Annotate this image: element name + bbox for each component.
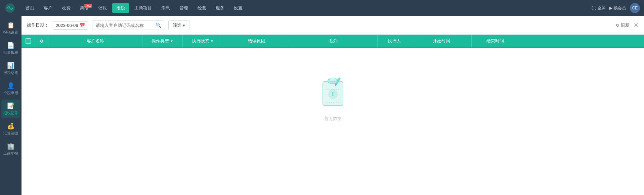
nav-item-business[interactable]: 工商项目 — [130, 3, 156, 13]
table-container: ⚙ 客户名称 操作类型 ▼ 执行状态 ▼ 错误原因 税种 — [22, 35, 644, 195]
table-header: ⚙ 客户名称 操作类型 ▼ 执行状态 ▼ 错误原因 税种 — [22, 35, 644, 48]
nav-item-settings[interactable]: 设置 — [230, 3, 247, 13]
sidebar-item-tax-overview[interactable]: 📊报税总览 — [1, 59, 20, 78]
nav-item-home[interactable]: 首页 — [22, 3, 38, 13]
sidebar-item-label: 报税设置 — [3, 30, 18, 35]
nav-item-customer[interactable]: 客户 — [40, 3, 56, 13]
empty-text: 暂无数据 — [324, 116, 342, 122]
settle-icon: 💰 — [7, 122, 14, 130]
tax-settings-icon: 📋 — [7, 22, 14, 29]
nav-item-account[interactable]: 记账 — [94, 3, 111, 13]
nav-item-invoice[interactable]: 票据new — [76, 3, 93, 13]
annual-icon: 🏢 — [7, 143, 14, 150]
th-exec-status[interactable]: 执行状态 ▼ — [183, 35, 223, 47]
th-client-name: 客户名称 — [48, 35, 142, 47]
svg-text:!: ! — [332, 91, 334, 98]
filter-button[interactable]: 筛选 ▾ — [168, 20, 189, 30]
svg-rect-3 — [330, 78, 336, 81]
th-tax-type: 税种 — [290, 35, 378, 47]
th-error-reason: 错误原因 — [223, 35, 290, 47]
tax-record-icon: 📝 — [7, 102, 14, 110]
sidebar-item-label: 工商年报 — [3, 151, 18, 156]
select-all-checkbox[interactable] — [26, 38, 31, 44]
sidebar-item-tax-record[interactable]: 📝报税记录 — [1, 100, 20, 118]
sidebar-item-label: 批量报税 — [3, 50, 18, 55]
sidebar-item-batch-tax[interactable]: 📄批量报税 — [1, 39, 20, 58]
search-wrap: 🔍 — [92, 21, 164, 30]
top-nav-right: ⛶ 全屏 ▶ 畅会员 CE — [592, 3, 640, 13]
member-btn[interactable]: ▶ 畅会员 — [609, 5, 626, 11]
sidebar-item-settle[interactable]: 💰汇算清缴 — [1, 120, 20, 139]
empty-state: ! 暂无数据 — [316, 75, 350, 122]
th-start-time: 开始时间 — [411, 35, 472, 47]
nav-badge: new — [84, 4, 92, 8]
th-executor: 执行人 — [378, 35, 411, 47]
app-logo[interactable] — [4, 2, 16, 14]
batch-tax-icon: 📄 — [7, 42, 14, 49]
nav-item-tax[interactable]: 报税 — [112, 3, 129, 13]
toolbar: 操作日期： 2023-06-06 📅 🔍 筛选 ▾ ↻ 刷新 ✕ — [22, 16, 644, 35]
sidebar-item-label: 报税总览 — [3, 70, 18, 75]
calendar-icon: 📅 — [80, 23, 85, 28]
video-icon: ▶ — [609, 6, 612, 10]
nav-item-service[interactable]: 服务 — [212, 3, 228, 13]
nav-item-finance[interactable]: 经营 — [194, 3, 210, 13]
sort-icon: ▼ — [170, 39, 173, 43]
avatar[interactable]: CE — [630, 3, 640, 13]
refresh-icon: ↻ — [616, 23, 619, 28]
close-button[interactable]: ✕ — [634, 22, 639, 28]
th-settings[interactable]: ⚙ — [35, 35, 48, 47]
sidebar-item-tax-settings[interactable]: 📋报税设置 — [1, 19, 20, 38]
nav-item-manage[interactable]: 管理 — [175, 3, 192, 13]
filter-label: 筛选 — [173, 22, 181, 28]
empty-illustration: ! — [316, 75, 350, 112]
sidebar-item-annual[interactable]: 🏢工商年报 — [1, 140, 20, 159]
search-input[interactable] — [92, 21, 153, 30]
settings-icon: ⚙ — [40, 39, 44, 44]
date-label: 操作日期： — [27, 22, 49, 28]
sidebar-item-label: 报税记录 — [3, 111, 18, 116]
sidebar: 📋报税设置📄批量报税📊报税总览👤个税申报📝报税记录💰汇算清缴🏢工商年报 — [0, 16, 22, 195]
sidebar-item-personal-tax[interactable]: 👤个税申报 — [1, 79, 20, 98]
nav-item-message[interactable]: 消息 — [157, 3, 174, 13]
nav-items: 首页客户收费票据new记账报税工商项目消息管理经营服务设置 — [22, 3, 592, 13]
search-button[interactable]: 🔍 — [153, 21, 164, 30]
sort-icon: ▼ — [210, 39, 214, 43]
date-picker[interactable]: 2023-06-06 📅 — [53, 21, 88, 30]
table-body: ! 暂无数据 — [22, 48, 644, 149]
chevron-down-icon: ▾ — [183, 23, 185, 28]
th-op-type[interactable]: 操作类型 ▼ — [142, 35, 183, 47]
fullscreen-icon: ⛶ — [592, 6, 596, 10]
fullscreen-btn[interactable]: ⛶ 全屏 — [592, 5, 605, 11]
th-end-time: 结束时间 — [472, 35, 519, 47]
refresh-button[interactable]: ↻ 刷新 — [616, 22, 630, 28]
tax-overview-icon: 📊 — [7, 62, 14, 69]
top-nav: 首页客户收费票据new记账报税工商项目消息管理经营服务设置 ⛶ 全屏 ▶ 畅会员… — [0, 0, 644, 16]
nav-item-fee[interactable]: 收费 — [58, 3, 75, 13]
personal-tax-icon: 👤 — [7, 82, 14, 89]
sidebar-item-label: 个税申报 — [3, 90, 18, 95]
sidebar-item-label: 汇算清缴 — [3, 131, 18, 136]
date-value: 2023-06-06 — [56, 23, 78, 28]
th-checkbox[interactable] — [22, 35, 35, 47]
main-layout: 📋报税设置📄批量报税📊报税总览👤个税申报📝报税记录💰汇算清缴🏢工商年报 操作日期… — [0, 16, 644, 195]
content-area: 操作日期： 2023-06-06 📅 🔍 筛选 ▾ ↻ 刷新 ✕ — [22, 16, 644, 195]
